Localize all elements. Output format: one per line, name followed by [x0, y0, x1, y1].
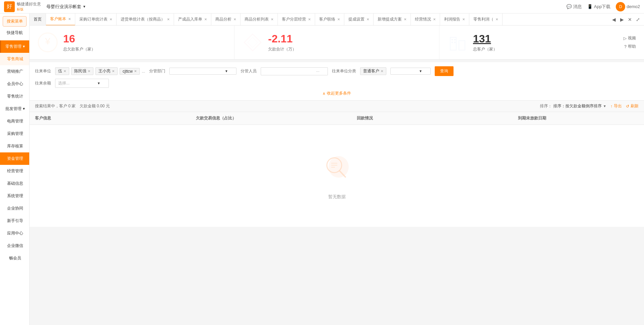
quick-nav-button[interactable]: 快捷导航 — [3, 28, 27, 38]
tab-ops-situation[interactable]: 经营情况 ✕ — [411, 13, 440, 26]
sidebar-item-finance-mgmt[interactable]: 资金管理 — [0, 152, 29, 165]
tag-close-chen[interactable]: ✕ — [88, 69, 90, 73]
col-repay-header: 回款情况 — [357, 115, 518, 121]
unit-type-label: 往来单位分类 — [332, 68, 356, 74]
col-date-header: 到期未放款日期 — [518, 115, 639, 121]
tab-close-ops-situation[interactable]: ✕ — [433, 17, 436, 21]
tab-prev-button[interactable]: ◀ — [610, 16, 617, 23]
message-icon: 💬 — [566, 4, 572, 9]
tag-close-cjttcw[interactable]: ✕ — [134, 69, 137, 73]
overdue-amount-value: -2.11 — [268, 33, 296, 45]
tab-retail-profit[interactable]: 零售利润（ ✕ — [469, 13, 503, 26]
filter-tag-cjttcw: cjttcw ✕ — [120, 68, 140, 75]
stat-info-total-customers: 131 总客户（家） — [473, 33, 497, 52]
person-select[interactable]: ··· — [261, 67, 328, 75]
sidebar-item-ops-mgmt[interactable]: 经营管理 — [0, 165, 29, 177]
sidebar-item-marketing[interactable]: 营销推广 — [0, 65, 29, 78]
sidebar-item-wholesale-mgmt[interactable]: 批发管理 ▾ — [0, 103, 29, 115]
sidebar-item-app-center[interactable]: 应用中心 — [0, 227, 29, 240]
refresh-button[interactable]: ↺ 刷新 — [626, 103, 639, 109]
tab-close-retail-profit[interactable]: ✕ — [496, 17, 498, 21]
tab-product-list[interactable]: 商品分析列表 ✕ — [241, 13, 278, 26]
tag-close-normal-customer[interactable]: ✕ — [381, 69, 383, 73]
tab-close-cost-inbound[interactable]: ✕ — [204, 17, 207, 21]
diamond-icon — [243, 32, 263, 52]
play-icon: ▷ — [624, 36, 627, 41]
tab-close-customer-tier[interactable]: ✕ — [308, 17, 311, 21]
sidebar-item-inventory[interactable]: 库存核算 — [0, 140, 29, 152]
message-button[interactable]: 💬 消息 — [566, 4, 582, 10]
tab-customer-balance[interactable]: 客户账本 ✕ — [46, 13, 75, 26]
tab-new-scheme[interactable]: 新增提成方案 ✕ — [374, 13, 411, 26]
sidebar-item-ecom-mgmt[interactable]: 电商管理 — [0, 115, 29, 128]
tab-close-purchase-order[interactable]: ✕ — [110, 17, 112, 21]
sidebar-item-enterprise-wechat[interactable]: 企业微信 — [0, 240, 29, 252]
total-customers-label: 总客户（家） — [473, 46, 497, 52]
tab-purchase-stats[interactable]: 进货单统计表（按商品） ✕ — [117, 13, 174, 26]
search-button[interactable]: 查询 — [435, 66, 454, 76]
tab-purchase-order[interactable]: 采购订单统计表 ✕ — [75, 13, 117, 26]
tab-customer-tier[interactable]: 客户分层经营 ✕ — [278, 13, 315, 26]
filter-row-2: 往来余额 选择... ▼ — [35, 79, 639, 88]
tab-home[interactable]: 首页 — [30, 13, 46, 26]
sidebar-item-member-center[interactable]: 会员中心 — [0, 78, 29, 90]
tab-profit-report[interactable]: 利润报告 ✕ — [440, 13, 469, 26]
sidebar-item-retail-mall[interactable]: 零售商城 — [0, 53, 29, 65]
tab-close-purchase-stats[interactable]: ✕ — [167, 17, 170, 21]
tab-product-analysis[interactable]: 商品分析 ✕ — [211, 13, 241, 26]
unit-type-select[interactable]: ▼ — [390, 68, 431, 75]
help-button[interactable]: ? 帮助 — [624, 44, 636, 49]
sidebar-item-sys-mgmt[interactable]: 系统管理 — [0, 190, 29, 202]
tab-close-product-analysis[interactable]: ✕ — [233, 17, 236, 21]
refresh-icon: ↺ — [626, 104, 629, 109]
filter-area: 往来单位 伍 ✕ 陈民强 ✕ 王小亮 ✕ — [30, 62, 644, 101]
tab-customer-contact[interactable]: 客户联络 ✕ — [315, 13, 344, 26]
filter-tag-wu: 伍 ✕ — [55, 67, 69, 75]
svg-rect-6 — [452, 39, 453, 40]
total-customers-value: 131 — [473, 33, 497, 45]
video-button[interactable]: ▷ 视频 — [624, 35, 636, 41]
person-label: 分管人员 — [241, 68, 257, 74]
sidebar-item-enterprise-coop[interactable]: 企业协同 — [0, 202, 29, 215]
chevron-down-icon: ▼ — [83, 5, 86, 8]
logo-icon: 好 — [4, 1, 15, 12]
sidebar-item-retail-stats[interactable]: 零售统计 — [0, 90, 29, 103]
app-download-button[interactable]: 📱 App下载 — [587, 4, 610, 10]
table-header: 客户信息 欠款交易信息（占比） 回款情况 到期未放款日期 — [30, 112, 644, 125]
top-bar-left: 好 畅捷通好生意 标版 母婴行业演示帐套 ▼ — [4, 1, 89, 12]
tab-close-all-button[interactable]: ✕ — [627, 16, 633, 23]
tab-cost-inbound[interactable]: 产成品入库单 ✕ — [174, 13, 211, 26]
tag-close-wu[interactable]: ✕ — [63, 69, 66, 73]
tab-close-new-scheme[interactable]: ✕ — [404, 17, 406, 21]
overdue-amount-label: 欠款合计（万） — [268, 46, 296, 52]
sidebar-item-purchase-mgmt[interactable]: 采购管理 — [0, 128, 29, 140]
chevron-up-icon: ∧ — [323, 91, 326, 96]
search-menu-button[interactable]: 搜索菜单 — [3, 16, 27, 27]
tab-close-profit-report[interactable]: ✕ — [462, 17, 465, 21]
tab-raise-setting[interactable]: 提成设置 ✕ — [344, 13, 374, 26]
export-button[interactable]: ↑ 导出 — [610, 103, 622, 109]
page-content: ¥ 16 总欠款客户（家） — [30, 26, 644, 325]
ellipsis-icon: ··· — [316, 69, 319, 74]
tab-close-product-list[interactable]: ✕ — [271, 17, 273, 21]
filter-tag-chen: 陈民强 ✕ — [71, 67, 93, 75]
chevron-down-icon-unit-type: ▼ — [419, 69, 422, 73]
sidebar-item-new-guide[interactable]: 新手引导 — [0, 215, 29, 227]
collapse-button[interactable]: ∧ 收起更多条件 — [323, 91, 351, 96]
tab-close-customer-contact[interactable]: ✕ — [337, 17, 340, 21]
tab-expand-button[interactable]: ⤢ — [635, 16, 641, 23]
balance-select[interactable]: 选择... ▼ — [55, 79, 109, 88]
tag-close-wang[interactable]: ✕ — [112, 69, 115, 73]
tab-next-button[interactable]: ▶ — [618, 16, 625, 23]
sidebar-item-vip-member[interactable]: 畅会员 — [0, 252, 29, 264]
filter-more-button[interactable]: ... — [142, 69, 145, 74]
store-selector[interactable]: 母婴行业演示帐套 ▼ — [44, 2, 89, 11]
sort-select[interactable]: 排序： 排序：按欠款金额倒序排序 ▼ — [540, 103, 606, 109]
dept-select[interactable]: ▼ — [169, 68, 237, 75]
sidebar-item-basic-info[interactable]: 基础信息 — [0, 177, 29, 190]
user-menu[interactable]: D demo2 — [616, 2, 640, 11]
help-icon: ? — [624, 44, 627, 49]
tab-close-raise-setting[interactable]: ✕ — [367, 17, 369, 21]
tab-close-customer-balance[interactable]: ✕ — [68, 17, 71, 21]
sidebar-item-retail-mgmt[interactable]: 零售管理 ▾ — [0, 40, 29, 53]
